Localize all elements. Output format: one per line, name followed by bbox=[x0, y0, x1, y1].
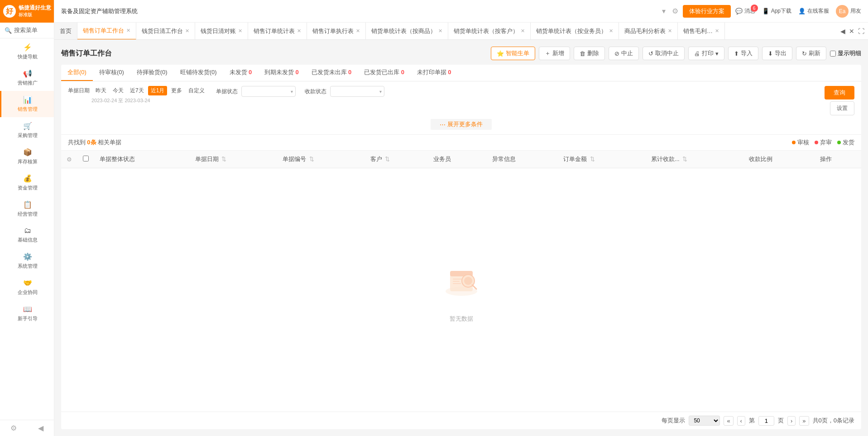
sidebar-item-purchase[interactable]: 🛒 采购管理 bbox=[0, 117, 54, 143]
payment-select[interactable] bbox=[330, 86, 384, 97]
tab-scroll-left[interactable]: ◀ bbox=[840, 28, 845, 35]
tab-close-all[interactable]: ✕ bbox=[849, 28, 854, 35]
import-btn[interactable]: ⬆ 导入 bbox=[728, 47, 758, 60]
status-select[interactable] bbox=[241, 86, 296, 97]
tab-reconcile-close[interactable]: ✕ bbox=[238, 28, 242, 34]
message-action[interactable]: 💬 消息 6 bbox=[735, 7, 755, 15]
topbar-dropdown-icon[interactable]: ▾ bbox=[662, 7, 666, 15]
stop-btn[interactable]: ⊘ 中止 bbox=[609, 47, 639, 60]
page-last-btn[interactable]: » bbox=[799, 416, 809, 426]
subtab-all[interactable]: 全部(0) bbox=[61, 65, 93, 81]
export-btn[interactable]: ⬇ 导出 bbox=[762, 47, 792, 60]
tab-customer-stats[interactable]: 销货单统计表（按客户） ✕ bbox=[448, 23, 531, 40]
add-btn[interactable]: ＋ 新增 bbox=[539, 47, 570, 60]
sidebar-item-collab[interactable]: 🤝 企业协同 bbox=[0, 274, 54, 300]
set-btn[interactable]: 设置 bbox=[830, 101, 854, 115]
page-next-btn[interactable]: › bbox=[787, 416, 796, 426]
sidebar-item-system[interactable]: ⚙️ 系统管理 bbox=[0, 248, 54, 274]
sidebar-item-finance[interactable]: 💰 资金管理 bbox=[0, 170, 54, 196]
settings-btn[interactable]: ⚙ bbox=[10, 424, 17, 432]
date-opt-custom[interactable]: 自定义 bbox=[186, 86, 207, 95]
status-label: 单据状态 bbox=[216, 88, 238, 95]
reject-op[interactable]: 弃审 bbox=[815, 138, 832, 147]
subtab-unprinted[interactable]: 未打印单据 0 bbox=[411, 65, 458, 81]
collab-icon: 🤝 bbox=[23, 279, 32, 287]
tab-stats-close[interactable]: ✕ bbox=[297, 28, 301, 34]
tab-sales-stats[interactable]: 销货单统计表（按业务员） ✕ bbox=[531, 23, 619, 40]
show-detail-checkbox[interactable] bbox=[830, 51, 836, 57]
import-icon: ⬆ bbox=[734, 50, 739, 57]
refresh-btn[interactable]: ↻ 刷新 bbox=[796, 47, 826, 60]
tab-sales-margin[interactable]: 销售毛利… ✕ bbox=[678, 23, 725, 40]
sidebar-item-business[interactable]: 📋 经营管理 bbox=[0, 196, 54, 222]
table-section: 共找到 0条 相关单据 审核 弃审 bbox=[61, 135, 861, 429]
date-opt-yesterday[interactable]: 昨天 bbox=[93, 86, 109, 95]
sidebar-item-quicknav[interactable]: ⚡ 快捷导航 bbox=[0, 38, 54, 65]
tab-goods-stats[interactable]: 销货单统计表（按商品） ✕ bbox=[366, 23, 448, 40]
tab-margin-close[interactable]: ✕ bbox=[668, 28, 672, 34]
expand-btn[interactable]: ⋯ 展开更多条件 bbox=[431, 119, 492, 130]
date-opt-more[interactable]: 更多 bbox=[169, 86, 184, 95]
subtab-shipped-stocked[interactable]: 已发货已出库 0 bbox=[358, 65, 411, 81]
subtab-unshipped[interactable]: 未发货 0 bbox=[223, 65, 259, 81]
page-title: 销售订单工作台 bbox=[61, 49, 112, 58]
date-opt-today[interactable]: 今天 bbox=[110, 86, 126, 95]
tab-daily-clear[interactable]: 钱货日清工作台 ✕ bbox=[136, 23, 195, 40]
app-download-action[interactable]: 📱 App下载 bbox=[762, 7, 791, 15]
tab-sales-order-close[interactable]: ✕ bbox=[126, 28, 130, 33]
show-detail-checkbox-wrapper[interactable]: 显示明细 bbox=[830, 49, 861, 57]
approve-op[interactable]: 审核 bbox=[792, 138, 809, 147]
tab-daily-clear-close[interactable]: ✕ bbox=[185, 28, 189, 34]
smart-order-label: 智能生单 bbox=[506, 49, 529, 57]
industry-btn[interactable]: 体验行业方案 bbox=[683, 5, 731, 18]
subtab-pending-inspect[interactable]: 待择验货(0) bbox=[130, 65, 174, 81]
col-collected[interactable]: 累计收款... ⇅ bbox=[646, 151, 743, 168]
col-no[interactable]: 单据编号 ⇅ bbox=[277, 151, 364, 168]
subtab-wangpu[interactable]: 旺铺待发货(0) bbox=[174, 65, 223, 81]
date-opt-7days[interactable]: 近7天 bbox=[128, 86, 146, 95]
col-customer[interactable]: 客户 ⇅ bbox=[365, 151, 428, 168]
tab-maximize[interactable]: ⛶ bbox=[858, 28, 864, 35]
page-first-btn[interactable]: « bbox=[724, 416, 733, 426]
search-menu[interactable]: 🔍 搜索菜单 bbox=[0, 23, 54, 38]
delete-btn[interactable]: 🗑 删除 bbox=[574, 47, 605, 60]
approve-dot bbox=[792, 141, 796, 144]
cancel-stop-btn[interactable]: ↺ 取消中止 bbox=[643, 47, 685, 60]
collapse-btn[interactable]: ◀ bbox=[38, 424, 43, 432]
select-all-checkbox[interactable] bbox=[83, 156, 89, 161]
sidebar-item-sales[interactable]: 📊 销售管理 bbox=[0, 91, 54, 117]
tab-reconcile[interactable]: 钱货日清对账 ✕ bbox=[195, 23, 248, 40]
tab-sales-margin-close[interactable]: ✕ bbox=[715, 28, 719, 34]
page-prev-btn[interactable]: ‹ bbox=[737, 416, 745, 426]
service-action[interactable]: 👤 在线客服 bbox=[798, 7, 829, 15]
smart-order-btn[interactable]: ⭐ 智能生单 bbox=[491, 47, 535, 60]
col-amount[interactable]: 订单金额 ⇅ bbox=[558, 151, 645, 168]
app-logo: 好 畅捷通好生意 标准版 bbox=[0, 0, 54, 23]
ship-op[interactable]: 发货 bbox=[837, 138, 854, 147]
sidebar-item-marketing[interactable]: 📢 营销推广 bbox=[0, 65, 54, 91]
subtab-overdue[interactable]: 到期未发货 0 bbox=[258, 65, 305, 81]
page-input[interactable] bbox=[758, 416, 774, 426]
tab-goods-stats-close[interactable]: ✕ bbox=[438, 28, 442, 34]
tab-home[interactable]: 首页 bbox=[54, 23, 77, 40]
sidebar-item-baseinfo[interactable]: 🗂 基础信息 bbox=[0, 222, 54, 248]
page-size-select[interactable]: 10 20 50 100 bbox=[689, 416, 720, 426]
tab-exec[interactable]: 销售订单执行表 ✕ bbox=[307, 23, 366, 40]
user-action[interactable]: Ea 用友 bbox=[836, 5, 861, 18]
date-opt-1month[interactable]: 近1月 bbox=[148, 86, 168, 95]
query-btn[interactable]: 查询 bbox=[825, 86, 854, 100]
sidebar-item-inventory[interactable]: 📦 库存核算 bbox=[0, 143, 54, 170]
tab-stats[interactable]: 销售订单统计表 ✕ bbox=[248, 23, 307, 40]
col-settings[interactable]: ⚙ bbox=[61, 151, 77, 168]
subtab-shipped-unstocked[interactable]: 已发货未出库 0 bbox=[305, 65, 358, 81]
col-date[interactable]: 单据日期 ⇅ bbox=[190, 151, 277, 168]
sidebar-item-guide[interactable]: 📖 新手引导 bbox=[0, 300, 54, 327]
tab-sales-order[interactable]: 销售订单工作台 ✕ bbox=[77, 23, 136, 40]
tab-customer-stats-close[interactable]: ✕ bbox=[521, 28, 525, 34]
tab-exec-close[interactable]: ✕ bbox=[356, 28, 360, 34]
tab-margin[interactable]: 商品毛利分析表 ✕ bbox=[619, 23, 678, 40]
subtab-pending-review[interactable]: 待审核(0) bbox=[93, 65, 130, 81]
tab-sales-stats-close[interactable]: ✕ bbox=[609, 28, 613, 34]
topbar-settings-icon[interactable]: ⚙ bbox=[672, 7, 678, 15]
print-btn[interactable]: 🖨 打印 ▾ bbox=[688, 47, 724, 60]
